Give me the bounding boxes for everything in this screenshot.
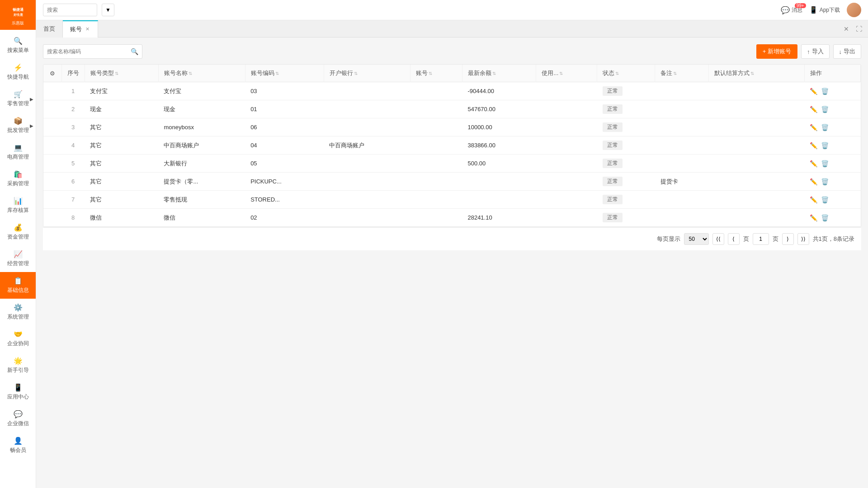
edit-icon[interactable]: ✏️	[810, 178, 817, 185]
cell-balance: 383866.00	[462, 136, 536, 155]
cell-bank: 中百商场账户	[324, 136, 410, 155]
message-icon: 💬	[781, 6, 790, 14]
sidebar-item-retail_mgmt[interactable]: 🛒 零售管理 ▶	[0, 85, 36, 112]
sidebar-item-enterprise_wechat[interactable]: 💬 企业微信	[0, 405, 36, 432]
cell-account-code: 05	[245, 155, 324, 173]
cell-status: 正常	[597, 82, 655, 100]
cell-status: 正常	[597, 191, 655, 209]
cell-remark	[655, 100, 708, 118]
cell-balance	[462, 173, 536, 191]
page-first-btn[interactable]: ⟨⟨	[712, 233, 724, 245]
edit-icon[interactable]: ✏️	[810, 88, 817, 95]
col-account_name[interactable]: 账号名称⇅	[158, 65, 245, 82]
col-remark[interactable]: 备注⇅	[655, 65, 708, 82]
edit-icon[interactable]: ✏️	[810, 196, 817, 203]
cell-status: 正常	[597, 173, 655, 191]
sidebar-item-basic_info[interactable]: 📋 基础信息	[0, 272, 36, 299]
settings-icon[interactable]: ⚙	[50, 70, 55, 77]
sidebar-item-search[interactable]: 🔍 搜索菜单	[0, 32, 36, 59]
sidebar-item-shortcut[interactable]: ⚡ 快捷导航	[0, 59, 36, 85]
topbar-app-download[interactable]: 📱 App下载	[809, 6, 840, 14]
tab-close-icon[interactable]: ✕	[85, 26, 90, 32]
delete-icon[interactable]: 🗑️	[821, 88, 829, 95]
basic_info-icon: 📋	[14, 277, 23, 285]
delete-icon[interactable]: 🗑️	[821, 106, 829, 113]
cell-account-name: 中百商场账户	[158, 136, 245, 155]
sidebar-item-inventory[interactable]: 📊 库存核算	[0, 192, 36, 219]
delete-icon[interactable]: 🗑️	[821, 142, 829, 149]
edit-icon[interactable]: ✏️	[810, 124, 817, 131]
add-account-button[interactable]: + 新增账号	[756, 44, 797, 59]
topbar-avatar[interactable]	[847, 3, 861, 17]
page-input[interactable]	[753, 233, 769, 245]
content-search-input[interactable]	[47, 48, 131, 55]
tab-label: 首页	[43, 25, 55, 33]
page-next-btn[interactable]: ⟩	[782, 233, 794, 245]
sidebar-item-finance_mgmt[interactable]: 💰 资金管理	[0, 219, 36, 245]
cell-settings	[43, 118, 61, 136]
cell-account-type: 其它	[85, 118, 158, 136]
cell-account-code: STORED...	[245, 191, 324, 209]
topbar-search-input[interactable]	[43, 4, 97, 16]
col-usage[interactable]: 使用...⇅	[536, 65, 597, 82]
col-account_type[interactable]: 账号类型⇅	[85, 65, 158, 82]
sidebar-item-ecommerce_mgmt[interactable]: 💻 电商管理	[0, 139, 36, 165]
edit-icon[interactable]: ✏️	[810, 214, 817, 221]
cell-bank	[324, 82, 410, 100]
cell-settings	[43, 82, 61, 100]
col-bank[interactable]: 开户银行⇅	[324, 65, 410, 82]
col-latest_balance[interactable]: 最新余额⇅	[462, 65, 536, 82]
col-default_settlement[interactable]: 默认结算方式⇅	[708, 65, 804, 82]
cell-usage	[536, 118, 597, 136]
page-size-select[interactable]: 50 100 200	[684, 233, 709, 245]
sidebar-item-ops_mgmt[interactable]: 📈 经营管理	[0, 245, 36, 272]
cell-account-no	[410, 82, 462, 100]
sidebar-item-app_center[interactable]: 📱 应用中心	[0, 379, 36, 405]
window-close-btn[interactable]: ✕	[841, 24, 851, 33]
sidebar-item-enterprise_agreement[interactable]: 🤝 企业协同	[0, 325, 36, 352]
sidebar-item-label: 库存核算	[7, 206, 29, 214]
content-toolbar: 🔍 + 新增账号 ↑ 导入 ↓ 导出	[43, 44, 861, 59]
sidebar-item-sys_mgmt[interactable]: ⚙️ 系统管理	[0, 299, 36, 325]
tab-home[interactable]: 首页	[36, 20, 63, 38]
sidebar-item-purchase_mgmt[interactable]: 🛍️ 采购管理	[0, 165, 36, 192]
delete-icon[interactable]: 🗑️	[821, 178, 829, 185]
topbar-dropdown-btn[interactable]: ▼	[102, 4, 114, 16]
edit-icon[interactable]: ✏️	[810, 142, 817, 149]
col-status[interactable]: 状态⇅	[597, 65, 655, 82]
delete-icon[interactable]: 🗑️	[821, 160, 829, 167]
edit-icon[interactable]: ✏️	[810, 106, 817, 113]
col-num[interactable]: 序号	[61, 65, 85, 82]
window-max-btn[interactable]: ⛶	[854, 24, 864, 33]
inventory-icon: 📊	[14, 197, 23, 205]
topbar-messages[interactable]: 💬 消息 99+	[781, 6, 802, 14]
cell-account-code: 04	[245, 136, 324, 155]
delete-icon[interactable]: 🗑️	[821, 196, 829, 203]
sidebar-item-wholesale_mgmt[interactable]: 📦 批发管理 ▶	[0, 112, 36, 139]
table-row: 8 微信 微信 02 28241.10 正常 ✏️ 🗑️	[43, 209, 861, 227]
tab-account[interactable]: 账号✕	[63, 20, 98, 38]
table-row: 6 其它 提货卡（零... PICKUPC... 正常 提货卡 ✏️ 🗑️	[43, 173, 861, 191]
cell-account-no	[410, 173, 462, 191]
delete-icon[interactable]: 🗑️	[821, 214, 829, 221]
edit-icon[interactable]: ✏️	[810, 160, 817, 167]
col-account_code[interactable]: 账号编码⇅	[245, 65, 324, 82]
search-icon[interactable]: 🔍	[131, 48, 138, 55]
export-button[interactable]: ↓ 导出	[833, 44, 862, 59]
cell-status: 正常	[597, 136, 655, 155]
cell-status: 正常	[597, 100, 655, 118]
status-badge: 正常	[603, 195, 623, 204]
import-button[interactable]: ↑ 导入	[801, 44, 830, 59]
message-badge: 99+	[795, 3, 806, 8]
cell-default-settlement	[708, 191, 804, 209]
delete-icon[interactable]: 🗑️	[821, 124, 829, 131]
page-prev-btn[interactable]: ⟨	[728, 233, 740, 245]
sidebar-item-member[interactable]: 👤 畅会员	[0, 432, 36, 459]
app-label: App下载	[820, 6, 840, 14]
cell-balance: 500.00	[462, 155, 536, 173]
page-last-btn[interactable]: ⟩⟩	[797, 233, 809, 245]
content-area: 🔍 + 新增账号 ↑ 导入 ↓ 导出 ⚙序号账号类型⇅账号名称⇅账号编码⇅开户银…	[36, 38, 868, 488]
app-icon: 📱	[809, 6, 818, 14]
sidebar-item-new_guide[interactable]: 🌟 新手引导	[0, 352, 36, 379]
col-account_no[interactable]: 账号⇅	[410, 65, 462, 82]
